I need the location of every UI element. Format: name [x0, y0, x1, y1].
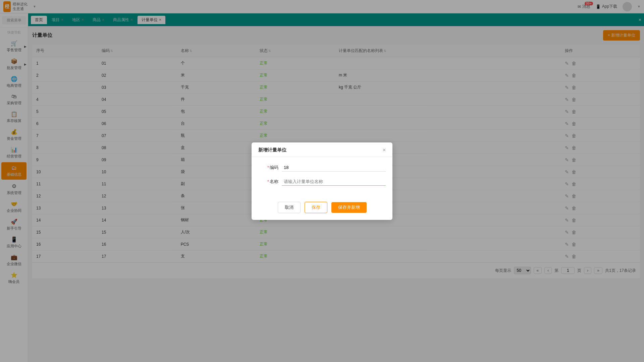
- modal-header: 新增计量单位 ×: [252, 142, 392, 157]
- modal-footer: 取消 保存 保存并新增: [252, 198, 392, 220]
- modal-overlay: 新增计量单位 × *编码 *名称 取消 保存 保存并新增: [0, 0, 644, 362]
- code-label: *编码: [258, 165, 278, 171]
- save-button[interactable]: 保存: [305, 202, 327, 213]
- add-unit-modal: 新增计量单位 × *编码 *名称 取消 保存 保存并新增: [252, 142, 392, 220]
- name-input[interactable]: [282, 178, 386, 186]
- modal-title: 新增计量单位: [258, 147, 286, 153]
- name-label: *名称: [258, 179, 278, 185]
- modal-close-icon[interactable]: ×: [383, 147, 386, 153]
- name-required-star: *: [267, 179, 269, 184]
- code-required-star: *: [267, 165, 269, 170]
- code-input[interactable]: [282, 164, 386, 172]
- form-row-code: *编码: [258, 164, 386, 172]
- form-row-name: *名称: [258, 178, 386, 186]
- save-and-add-button[interactable]: 保存并新增: [331, 202, 367, 213]
- cancel-button[interactable]: 取消: [278, 202, 301, 213]
- modal-body: *编码 *名称: [252, 157, 392, 198]
